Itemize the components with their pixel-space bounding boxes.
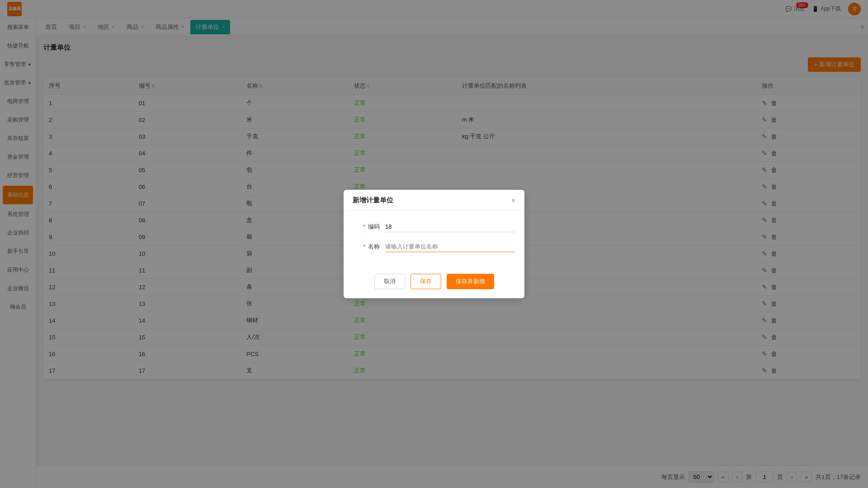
name-label: * 名称 bbox=[353, 243, 380, 251]
save-and-new-button[interactable]: 保存并新增 bbox=[447, 274, 494, 289]
cancel-button[interactable]: 取消 bbox=[374, 274, 405, 289]
add-unit-modal: 新增计量单位 × * 编码 * 名称 取消 保存 保存并新增 bbox=[344, 190, 524, 298]
modal-header: 新增计量单位 × bbox=[344, 190, 524, 211]
modal-close-button[interactable]: × bbox=[511, 197, 515, 205]
modal-title: 新增计量单位 bbox=[353, 196, 393, 205]
form-row-code: * 编码 bbox=[353, 221, 515, 232]
required-star-code: * bbox=[363, 223, 365, 230]
code-input[interactable] bbox=[385, 221, 515, 232]
save-button[interactable]: 保存 bbox=[410, 274, 441, 289]
name-input[interactable] bbox=[385, 241, 515, 252]
required-star-name: * bbox=[363, 243, 365, 250]
modal-footer: 取消 保存 保存并新增 bbox=[344, 268, 524, 298]
form-row-name: * 名称 bbox=[353, 241, 515, 252]
code-label: * 编码 bbox=[353, 223, 380, 231]
modal-body: * 编码 * 名称 bbox=[344, 211, 524, 268]
modal-overlay: 新增计量单位 × * 编码 * 名称 取消 保存 保存并新增 bbox=[0, 0, 868, 488]
